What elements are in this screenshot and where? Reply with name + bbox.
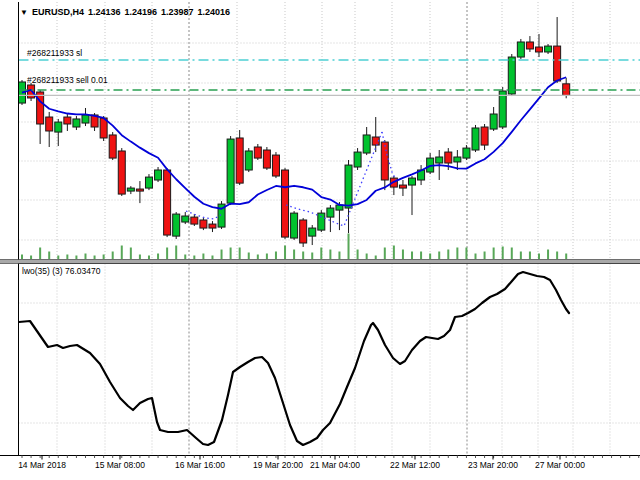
time-axis[interactable]: 14 Mar 201815 Mar 08:0016 Mar 16:0019 Ma… <box>0 460 640 474</box>
candle-bullish <box>517 42 524 57</box>
symbol-timeframe: EURUSD,H4 <box>32 7 84 17</box>
time-axis-label: 27 Mar 00:00 <box>535 460 585 470</box>
volume-bar <box>511 248 513 260</box>
volume-bar <box>393 246 395 260</box>
volume-bar <box>357 250 359 260</box>
candle-bullish <box>173 214 180 236</box>
volume-bar <box>166 248 168 260</box>
volume-bar <box>311 253 313 260</box>
volume-bar <box>384 248 386 260</box>
volume-bar <box>338 252 340 260</box>
candle-bullish <box>490 114 497 129</box>
volume-bar <box>556 252 558 260</box>
volume-bar <box>84 254 86 260</box>
volume-bar <box>456 248 458 260</box>
candle-bullish <box>318 213 325 230</box>
volume-bar <box>248 253 250 260</box>
ohlc-low: 1.23987 <box>161 7 194 17</box>
order-sl-label: #268211933 sl <box>27 48 82 58</box>
candle-bearish <box>445 152 452 163</box>
candle-bullish <box>145 177 152 188</box>
volume-bar <box>94 256 96 260</box>
volume-bar <box>57 256 59 260</box>
volume-bar <box>121 246 123 260</box>
chart-header: ▼EURUSD,H41.241361.241961.239871.24016 <box>20 7 234 17</box>
candle-bullish <box>55 122 62 132</box>
time-axis-label: 22 Mar 12:00 <box>390 460 440 470</box>
volume-bar <box>112 252 114 260</box>
volume-bar <box>493 248 495 260</box>
volume-bar <box>21 255 23 260</box>
candle-bullish <box>182 216 189 222</box>
candle-bullish <box>127 188 134 191</box>
volume-bar <box>438 252 440 260</box>
volume-bar <box>565 254 567 260</box>
volume-bar <box>130 248 132 260</box>
candle-bullish <box>155 170 162 180</box>
candle-bullish <box>454 157 461 162</box>
candle-bearish <box>399 185 406 188</box>
volume-bar <box>447 250 449 260</box>
volume-bar <box>39 248 41 260</box>
chart-dropdown-icon[interactable]: ▼ <box>20 8 28 17</box>
volume-bar <box>184 255 186 260</box>
candle-bullish <box>327 208 334 217</box>
candle-bearish <box>381 142 388 180</box>
chart-window: ▼EURUSD,H41.241361.241961.239871.24016 #… <box>0 0 640 480</box>
volume-bar <box>30 256 32 260</box>
candle-bearish <box>535 47 542 52</box>
candle-bearish <box>263 150 270 168</box>
candle-bearish <box>554 46 561 81</box>
volume-bar <box>221 250 223 260</box>
candle-bearish <box>481 127 488 145</box>
candle-bullish <box>436 157 443 163</box>
candle-bearish <box>272 155 279 176</box>
volume-bar <box>420 252 422 260</box>
window-separator[interactable] <box>0 260 640 264</box>
volume-bar <box>475 254 477 260</box>
volume-bar <box>429 254 431 260</box>
candle-bearish <box>200 220 207 228</box>
candle-bearish <box>300 220 307 243</box>
volume-bar <box>320 248 322 260</box>
time-axis-label: 16 Mar 16:00 <box>175 460 225 470</box>
candle-bearish <box>236 138 243 183</box>
volume-bar <box>266 254 268 260</box>
volume-bar <box>411 252 413 260</box>
volume-bar <box>375 256 377 260</box>
candle-bullish <box>508 57 515 94</box>
volume-bar <box>139 255 141 260</box>
volume-bar <box>538 254 540 260</box>
time-axis-label: 23 Mar 20:00 <box>468 460 518 470</box>
volume-bar <box>366 254 368 260</box>
volume-bar <box>103 255 105 260</box>
volume-bar <box>202 254 204 260</box>
volume-bar <box>402 250 404 260</box>
order-sell-label: #268211933 sell 0.01 <box>27 75 108 85</box>
candle-bullish <box>345 165 352 208</box>
candle-bearish <box>46 117 53 131</box>
volume-bar <box>193 256 195 260</box>
candle-bearish <box>282 170 289 237</box>
volume-bar <box>66 255 68 260</box>
candle-bearish <box>164 170 171 235</box>
volume-bar <box>520 252 522 260</box>
chart-canvas[interactable] <box>0 0 640 480</box>
candle-bearish <box>118 151 125 194</box>
candle-bullish <box>227 139 234 203</box>
candle-bullish <box>363 135 370 153</box>
time-axis-label: 21 Mar 04:00 <box>310 460 360 470</box>
ohlc-close: 1.24016 <box>198 7 231 17</box>
time-axis-label: 15 Mar 08:00 <box>95 460 145 470</box>
volume-bar <box>484 252 486 260</box>
candle-bullish <box>409 178 416 185</box>
candle-bearish <box>136 189 143 191</box>
time-axis-label: 19 Mar 20:00 <box>253 460 303 470</box>
volume-bar <box>529 252 531 260</box>
ohlc-high: 1.24196 <box>124 7 157 17</box>
indicator-line <box>19 272 569 445</box>
volume-bar <box>175 246 177 260</box>
volume-bar <box>211 256 213 260</box>
volume-bar <box>348 234 350 260</box>
candle-bearish <box>37 92 44 124</box>
